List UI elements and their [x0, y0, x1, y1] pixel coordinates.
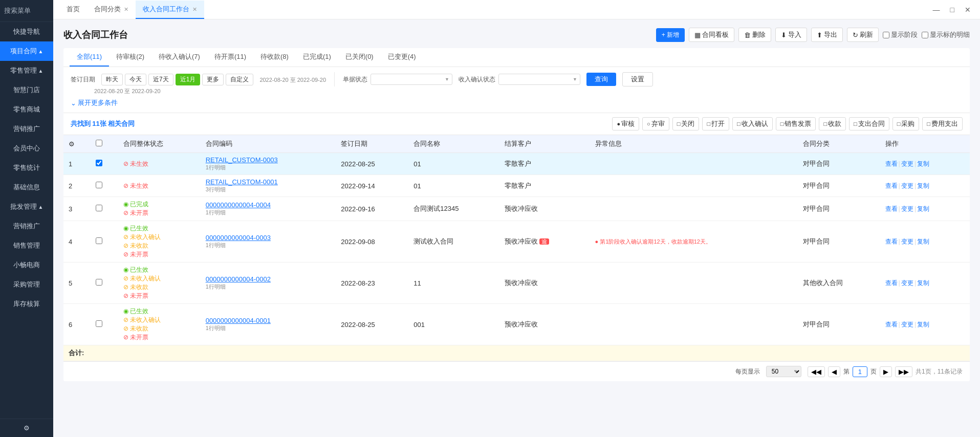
- sub-tab-all[interactable]: 全部(11): [70, 48, 109, 67]
- date-btn-more[interactable]: 更多: [202, 74, 224, 85]
- import-button[interactable]: ⬇ 导入: [775, 28, 807, 42]
- prev-page-button[interactable]: ◀: [828, 366, 840, 377]
- cell-checkbox[interactable]: [91, 197, 118, 221]
- table-row[interactable]: 4◉ 已生效⊘ 未收入确认⊘ 未收款⊘ 未开票0000000000004-000…: [63, 221, 970, 263]
- col-settings[interactable]: ⚙: [63, 135, 91, 153]
- close-button[interactable]: ✕: [962, 5, 974, 15]
- set-button[interactable]: 设置: [622, 72, 653, 86]
- date-btn-last1month[interactable]: 近1月: [176, 74, 201, 85]
- sidebar-item-sales_mgmt[interactable]: 销售管理: [0, 236, 53, 255]
- table-row[interactable]: 6◉ 已生效⊘ 未收入确认⊘ 未收款⊘ 未开票0000000000004-000…: [63, 304, 970, 345]
- date-btn-last7[interactable]: 近7天: [148, 74, 173, 85]
- copy-op-button[interactable]: 复制: [917, 182, 929, 189]
- sidebar-nav-shortcut[interactable]: 快捷导航: [0, 22, 53, 41]
- cell-checkbox[interactable]: [91, 175, 118, 197]
- expand-filter-button[interactable]: ⌄ 展开更多条件: [71, 98, 963, 107]
- action-btn-income_confirm[interactable]: □收入确认: [732, 117, 773, 130]
- view-op-button[interactable]: 查看: [885, 321, 898, 328]
- action-btn-pay_contract[interactable]: □支出合同: [849, 117, 889, 130]
- cell-checkbox[interactable]: [91, 153, 118, 175]
- copy-op-button[interactable]: 复制: [917, 321, 929, 328]
- sidebar-item-marketing2[interactable]: 营销推广: [0, 216, 53, 236]
- cell-checkbox[interactable]: [91, 304, 118, 345]
- query-button[interactable]: 查询: [586, 73, 616, 86]
- action-btn-review[interactable]: ●审核: [612, 117, 639, 130]
- view-op-button[interactable]: 查看: [885, 238, 898, 245]
- sidebar-item-purchase[interactable]: 采购管理: [0, 275, 53, 294]
- sidebar-item-project[interactable]: 项目合同 ▲: [0, 41, 53, 61]
- action-btn-purchase[interactable]: □采购: [892, 117, 920, 130]
- table-row[interactable]: 5◉ 已生效⊘ 未收入确认⊘ 未收款⊘ 未开票0000000000004-000…: [63, 263, 970, 304]
- doc-status-select[interactable]: [371, 74, 452, 85]
- income-confirm-select[interactable]: [498, 74, 580, 85]
- sidebar-item-marketing[interactable]: 营销推广: [0, 119, 53, 139]
- sidebar-item-basic_info[interactable]: 基础信息: [0, 178, 53, 197]
- date-btn-today[interactable]: 今天: [125, 74, 146, 85]
- last-page-button[interactable]: ▶▶: [895, 366, 912, 377]
- sidebar-search[interactable]: 搜索菜单: [0, 0, 53, 22]
- cell-checkbox[interactable]: [91, 263, 118, 304]
- refresh-button[interactable]: ↻ 刷新: [847, 28, 879, 42]
- contract-code-link[interactable]: RETAIL_CUSTOM-0003: [206, 156, 278, 164]
- row-checkbox[interactable]: [96, 160, 102, 166]
- contract-code-link[interactable]: RETAIL_CUSTOM-0001: [206, 178, 278, 186]
- sidebar-item-inventory[interactable]: 库存核算: [0, 294, 53, 314]
- contract-code-link[interactable]: 0000000000004-0001: [206, 317, 271, 324]
- row-checkbox[interactable]: [96, 320, 102, 327]
- sub-tab-pending_review[interactable]: 待审核(2): [109, 48, 151, 67]
- action-btn-expense_pay[interactable]: □费用支出: [922, 117, 963, 130]
- sidebar-item-retail_stats[interactable]: 零售统计: [0, 158, 53, 178]
- row-checkbox[interactable]: [96, 205, 102, 211]
- sidebar-item-retail_mgmt[interactable]: 零售管理 ▲: [0, 61, 53, 80]
- sub-tab-closed[interactable]: 已关闭(0): [338, 48, 381, 67]
- contract-code-link[interactable]: 0000000000004-0002: [206, 275, 271, 283]
- table-row[interactable]: 1⊘ 未生效RETAIL_CUSTOM-00031行明细2022-08-2501…: [63, 153, 970, 175]
- next-page-button[interactable]: ▶: [880, 366, 892, 377]
- copy-op-button[interactable]: 复制: [917, 238, 929, 245]
- sub-tab-changed[interactable]: 已变更(4): [381, 48, 423, 67]
- tab-close-icon[interactable]: ✕: [124, 6, 128, 12]
- minimize-button[interactable]: —: [930, 5, 943, 15]
- edit-op-button[interactable]: 变更: [901, 182, 913, 189]
- sub-tab-completed[interactable]: 已完成(1): [296, 48, 338, 67]
- edit-op-button[interactable]: 变更: [901, 205, 913, 212]
- view-op-button[interactable]: 查看: [885, 182, 898, 189]
- table-row[interactable]: 3◉ 已完成⊘ 未开票0000000000004-00041行明细2022-09…: [63, 197, 970, 221]
- sub-tab-pending_collect[interactable]: 待收款(8): [253, 48, 296, 67]
- new-button[interactable]: + 新增: [656, 28, 685, 42]
- tab-home[interactable]: 首页: [59, 1, 87, 19]
- edit-op-button[interactable]: 变更: [901, 238, 913, 245]
- delete-button[interactable]: 🗑 删除: [738, 28, 771, 42]
- copy-op-button[interactable]: 复制: [917, 279, 929, 287]
- view-op-button[interactable]: 查看: [885, 279, 898, 287]
- col-checkbox[interactable]: [91, 135, 118, 153]
- show-stages-checkbox[interactable]: 显示阶段: [883, 30, 918, 39]
- edit-op-button[interactable]: 变更: [901, 279, 913, 287]
- edit-op-button[interactable]: 变更: [901, 321, 913, 328]
- edit-op-button[interactable]: 变更: [901, 160, 913, 167]
- tab-income_workbench[interactable]: 收入合同工作台✕: [136, 1, 204, 19]
- row-checkbox[interactable]: [96, 237, 102, 244]
- contract-code-link[interactable]: 0000000000004-0003: [206, 234, 271, 242]
- show-details-checkbox[interactable]: 显示标的明细: [922, 30, 970, 39]
- view-op-button[interactable]: 查看: [885, 205, 898, 212]
- date-btn-custom[interactable]: 自定义: [226, 74, 253, 85]
- view-op-button[interactable]: 查看: [885, 160, 898, 167]
- row-checkbox[interactable]: [96, 182, 102, 188]
- contract-code-link[interactable]: 0000000000004-0004: [206, 201, 271, 209]
- action-btn-open[interactable]: □打开: [702, 117, 729, 130]
- contract-board-button[interactable]: ▦ 合同看板: [689, 28, 734, 42]
- action-btn-close[interactable]: □关闭: [672, 117, 700, 130]
- action-btn-abandon[interactable]: ○弃审: [642, 117, 669, 130]
- page-size-select[interactable]: 2050100200: [766, 366, 801, 377]
- sidebar-item-wholesale_mgmt[interactable]: 批发管理 ▲: [0, 197, 53, 216]
- sidebar-item-retail_mall[interactable]: 零售商城: [0, 100, 53, 119]
- sub-tab-pending_invoice[interactable]: 待开票(11): [207, 48, 253, 67]
- sidebar-item-smart_store[interactable]: 智慧门店: [0, 80, 53, 100]
- sub-tab-pending_income_confirm[interactable]: 待收入确认(7): [151, 48, 207, 67]
- row-checkbox[interactable]: [96, 279, 102, 286]
- copy-op-button[interactable]: 复制: [917, 160, 929, 167]
- tab-close-icon[interactable]: ✕: [192, 6, 197, 12]
- date-btn-yesterday[interactable]: 昨天: [101, 74, 123, 85]
- copy-op-button[interactable]: 复制: [917, 205, 929, 212]
